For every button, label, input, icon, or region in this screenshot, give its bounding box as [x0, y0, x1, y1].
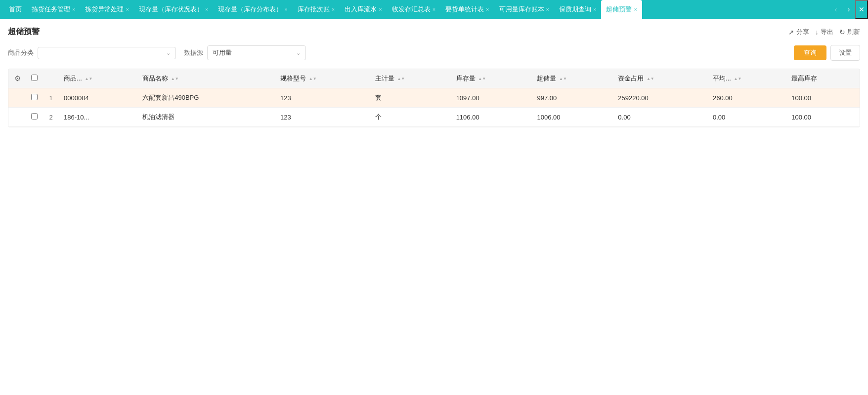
sort-icon-code: ▲▼ [85, 77, 92, 81]
close-tab-icon-summary[interactable]: × [433, 6, 435, 12]
row-overstock: 1006.00 [533, 108, 614, 127]
close-tab-icon-expiry-query[interactable]: × [593, 6, 596, 12]
sort-icon-unit: ▲▼ [397, 77, 405, 81]
row-capital: 259220.00 [614, 88, 709, 108]
datasource-select[interactable]: 可用量 ⌄ [207, 45, 306, 60]
row-gear-cell [8, 88, 26, 108]
row-checkbox-cell[interactable] [26, 108, 42, 127]
datasource-value: 可用量 [213, 48, 232, 57]
row-spec: 123 [276, 88, 371, 108]
filter-row: 商品分类 ⌄ 数据源 可用量 ⌄ 查询 设置 [8, 45, 860, 61]
th-gear[interactable]: ⚙ [8, 69, 26, 88]
row-number: 1 [42, 88, 60, 108]
sort-icon-name: ▲▼ [171, 77, 179, 81]
topbar-item-home[interactable]: 首页 [4, 0, 27, 19]
select-all-checkbox[interactable] [31, 75, 38, 81]
sort-icon-overstock: ▲▼ [559, 77, 567, 81]
nav-close-button[interactable]: ✕ [855, 0, 868, 19]
close-tab-icon-flow[interactable]: × [379, 6, 382, 12]
th-no [42, 69, 60, 88]
sort-icon-spec: ▲▼ [309, 77, 317, 81]
close-tab-icon-available-ledger[interactable]: × [546, 6, 549, 12]
close-tab-icon-stock-status[interactable]: × [205, 6, 208, 12]
filter-group-datasource: 数据源 可用量 ⌄ [184, 45, 306, 60]
topbar: 首页拣货任务管理×拣货异常处理×现存量（库存状况表）×现存量（库存分布表）×库存… [0, 0, 868, 19]
datasource-label: 数据源 [184, 48, 203, 57]
row-spec: 123 [276, 108, 371, 127]
th-max-stock: 最高库存 [787, 69, 860, 88]
close-tab-icon-order-stat[interactable]: × [486, 6, 489, 12]
data-table-container: ⚙ 商品... ▲▼ 商品名称 ▲▼ 规格型号 [8, 69, 860, 127]
share-icon: ➚ [788, 28, 794, 36]
category-select[interactable]: ⌄ [38, 47, 176, 59]
th-unit[interactable]: 主计量 ▲▼ [371, 69, 452, 88]
refresh-button[interactable]: ↻ 刷新 [839, 28, 860, 37]
settings-button[interactable]: 设置 [830, 45, 860, 61]
export-icon: ↓ [815, 28, 819, 36]
topbar-item-overstock-warning[interactable]: 超储预警× [601, 0, 642, 19]
sort-icon-avg: ▲▼ [734, 77, 742, 81]
query-button[interactable]: 查询 [794, 45, 826, 60]
th-product-name[interactable]: 商品名称 ▲▼ [138, 69, 276, 88]
chevron-down-icon: ⌄ [166, 50, 171, 56]
refresh-label: 刷新 [847, 28, 860, 37]
close-tab-icon-abnormal[interactable]: × [126, 6, 129, 12]
nav-arrows: ‹ › ✕ [829, 0, 868, 19]
page-title: 超储预警 [8, 27, 40, 37]
sort-icon-stock: ▲▼ [478, 77, 486, 81]
row-number: 2 [42, 108, 60, 127]
close-tab-icon-batch-ledger[interactable]: × [332, 6, 335, 12]
share-label: 分享 [796, 28, 809, 37]
nav-prev-button[interactable]: ‹ [829, 0, 842, 19]
th-product-code[interactable]: 商品... ▲▼ [60, 69, 138, 88]
row-checkbox[interactable] [31, 113, 38, 119]
table-row: 2 186-10... 机油滤清器 123 个 1106.00 1006.00 … [8, 108, 860, 127]
export-button[interactable]: ↓ 导出 [815, 28, 833, 37]
header-actions: ➚ 分享 ↓ 导出 ↻ 刷新 [788, 28, 860, 37]
table-row: 1 0000004 六配套新昌490BPG 123 套 1097.00 997.… [8, 88, 860, 108]
topbar-item-available-ledger[interactable]: 可用量库存账本× [494, 0, 554, 19]
close-tab-icon-task-mgmt[interactable]: × [72, 6, 75, 12]
th-overstock[interactable]: 超储量 ▲▼ [533, 69, 614, 88]
topbar-item-stock-dist[interactable]: 现存量（库存分布表）× [213, 0, 292, 19]
topbar-item-batch-ledger[interactable]: 库存批次账× [293, 0, 340, 19]
topbar-item-stock-status[interactable]: 现存量（库存状况表）× [134, 0, 213, 19]
sort-icon-capital: ▲▼ [647, 77, 654, 81]
page-header: 超储预警 ➚ 分享 ↓ 导出 ↻ 刷新 [8, 27, 860, 37]
row-avg: 260.00 [709, 88, 787, 108]
row-product-code: 186-10... [60, 108, 138, 127]
row-overstock: 997.00 [533, 88, 614, 108]
topbar-item-order-stat[interactable]: 要货单统计表× [440, 0, 494, 19]
row-gear-cell [8, 108, 26, 127]
th-stock[interactable]: 库存量 ▲▼ [452, 69, 533, 88]
settings-icon[interactable]: ⚙ [14, 74, 21, 82]
table-header-row: ⚙ 商品... ▲▼ 商品名称 ▲▼ 规格型号 [8, 69, 860, 88]
row-product-name: 六配套新昌490BPG [138, 88, 276, 108]
chevron-down-icon-2: ⌄ [296, 50, 301, 56]
category-label: 商品分类 [8, 48, 34, 57]
th-checkbox [26, 69, 42, 88]
th-spec[interactable]: 规格型号 ▲▼ [276, 69, 371, 88]
topbar-item-summary[interactable]: 收发存汇总表× [387, 0, 440, 19]
filter-group-category: 商品分类 ⌄ [8, 47, 176, 59]
refresh-icon: ↻ [839, 28, 845, 36]
nav-next-button[interactable]: › [842, 0, 855, 19]
row-product-name: 机油滤清器 [138, 108, 276, 127]
th-capital[interactable]: 资金占用 ▲▼ [614, 69, 709, 88]
export-label: 导出 [821, 28, 833, 37]
row-unit: 套 [371, 88, 452, 108]
row-max-stock: 100.00 [787, 108, 860, 127]
row-stock: 1097.00 [452, 88, 533, 108]
topbar-item-flow[interactable]: 出入库流水× [340, 0, 387, 19]
share-button[interactable]: ➚ 分享 [788, 28, 809, 37]
close-tab-icon-stock-dist[interactable]: × [284, 6, 287, 12]
th-avg[interactable]: 平均... ▲▼ [709, 69, 787, 88]
row-stock: 1106.00 [452, 108, 533, 127]
topbar-item-expiry-query[interactable]: 保质期查询× [554, 0, 601, 19]
topbar-item-abnormal[interactable]: 拣货异常处理× [80, 0, 133, 19]
row-checkbox[interactable] [31, 94, 38, 100]
topbar-item-task-mgmt[interactable]: 拣货任务管理× [27, 0, 80, 19]
close-tab-icon-overstock-warning[interactable]: × [634, 6, 637, 12]
page-content: 超储预警 ➚ 分享 ↓ 导出 ↻ 刷新 商品分类 ⌄ 数据源 [0, 19, 868, 395]
row-checkbox-cell[interactable] [26, 88, 42, 108]
